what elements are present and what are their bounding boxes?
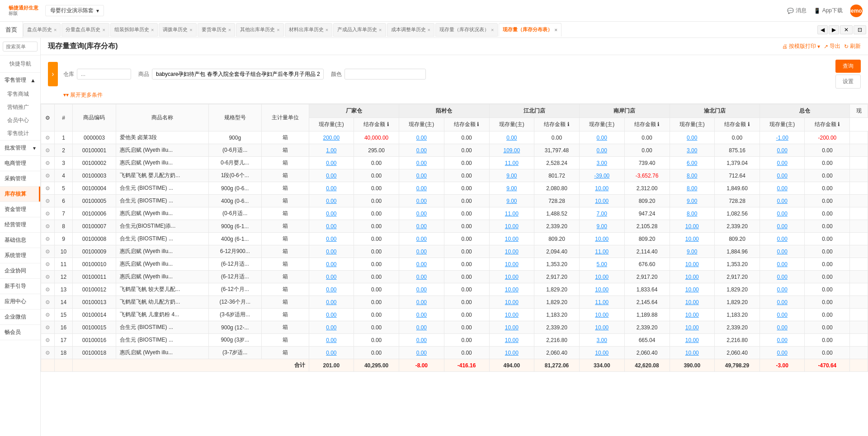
zongcang-qty-header: 现存量(主)	[760, 118, 805, 131]
industry-dropdown[interactable]: 母婴行业演示陈套 ▾	[45, 5, 104, 16]
table-row: ⚙600100005合生元 (BIOSTIME) ...400g (0-6...…	[41, 195, 868, 207]
top-bar-left: 畅捷通好生意 标版 母婴行业演示陈套 ▾	[5, 5, 104, 16]
tab-item-2[interactable]: 组装拆卸单历史×	[110, 23, 158, 37]
table-row: ⚙400100003飞鹤星飞帆 婴儿配方奶...1段(0-6个...箱0.000…	[41, 169, 868, 182]
refresh-btn[interactable]: ↻ 刷新	[844, 42, 861, 50]
tab-item-4[interactable]: 要货单历史×	[198, 23, 235, 37]
tab-item-3[interactable]: 调拨单历史×	[159, 23, 196, 37]
export-btn[interactable]: ↗ 导出	[824, 42, 840, 50]
sidebar-section-企业微信[interactable]: 企业微信	[0, 309, 40, 325]
home-tab[interactable]: 首页	[0, 22, 23, 38]
tab-item-10[interactable]: 现存量（库存分布表）×	[499, 23, 561, 37]
sidebar-section-电商管理[interactable]: 电商管理	[0, 156, 40, 171]
sidebar-menu-item[interactable]: 应用中心	[0, 294, 40, 309]
sidebar-menu-item[interactable]: 企业微信	[0, 309, 40, 324]
sidebar-section-畅会员[interactable]: 畅会员	[0, 325, 40, 340]
table-row: ⚙800100007合生元(BIOSTIME)添...900g (6-1...箱…	[41, 220, 868, 233]
sidebar-section-应用中心[interactable]: 应用中心	[0, 294, 40, 309]
sidebar-menu-item[interactable]: 电商管理	[0, 156, 40, 171]
settings-btn[interactable]: 设置	[835, 75, 861, 89]
tab-item-8[interactable]: 成本调整单历史×	[387, 23, 434, 37]
table-row: ⚙500100004合生元 (BIOSTIME) ...900g (0-6...…	[41, 182, 868, 195]
sidebar-menu-item[interactable]: 企业协同	[0, 263, 40, 278]
message-btn[interactable]: 💬 消息	[787, 7, 807, 14]
page-header: 现存量查询(库存分布) 🖨 按模版打印 ▾ ↗ 导出 ↻ 刷新	[41, 38, 868, 55]
mocunCun-qty-header: 现存量(主)	[399, 118, 444, 131]
nanan-qty-header: 现存量(主)	[580, 118, 625, 131]
tab-item-9[interactable]: 现存量（库存状况表）×	[435, 23, 498, 37]
quick-nav-item[interactable]: 快捷导航	[0, 57, 40, 70]
content-area: 现存量查询(库存分布) 🖨 按模版打印 ▾ ↗ 导出 ↻ 刷新	[41, 38, 868, 436]
product-input[interactable]	[152, 69, 324, 80]
sidebar-menu-item[interactable]: 系统管理	[0, 248, 40, 263]
yubei-amt-header: 结存金额 ℹ	[715, 118, 760, 131]
sidebar-section-经营管理[interactable]: 经营管理	[0, 217, 40, 233]
table-row: ⚙1300100012飞鹤星飞帆 较大婴儿配...(6-12个月...箱0.00…	[41, 283, 868, 296]
table-row: ⚙200100001惠氏启赋 (Wyeth illu...(0-6月适...箱1…	[41, 144, 868, 157]
product-label: 商品	[138, 70, 149, 78]
sidebar-menu-item[interactable]: 库存核算	[0, 187, 40, 202]
top-bar-right: 💬 消息 📱 App下载 demo2	[787, 5, 863, 17]
table-row: ⚙1500100014飞鹤星飞帆 儿童奶粉 4...(3-6岁适用...箱0.0…	[41, 309, 868, 321]
changjiaCun-amt-header: 结存金额 ℹ	[354, 118, 399, 131]
search-input[interactable]	[3, 42, 38, 52]
nanan-amt-header: 结存金额 ℹ	[624, 118, 670, 131]
table-container[interactable]: ⚙ # 商品编码 商品名称 规格型号 主计量单位 厂家仓 陌村仓 江北门店 南岸…	[41, 104, 868, 436]
sidebar-menu-item[interactable]: 畅会员	[0, 325, 40, 340]
sidebar-section-系统管理[interactable]: 系统管理	[0, 248, 40, 263]
color-input[interactable]	[344, 69, 426, 80]
filter-toggle-btn[interactable]: ›	[48, 62, 58, 86]
table-row: ⚙1800100018惠氏启赋 (Wyeth illu...(3-7岁适...箱…	[41, 347, 868, 359]
sidebar-section-基础信息[interactable]: 基础信息	[0, 233, 40, 248]
sidebar-section-企业协同[interactable]: 企业协同	[0, 263, 40, 279]
sidebar: 快捷导航 零售管理▲零售商城营销推广会员中心零售统计批发管理▾电商管理采购管理库…	[0, 38, 41, 436]
tab-item-6[interactable]: 材料出库单历史×	[285, 23, 332, 37]
yubei-group-header: 渝北门店	[670, 104, 760, 118]
sidebar-menu-item[interactable]: 资金管理	[0, 202, 40, 217]
tab-next-btn[interactable]: ▶	[829, 25, 839, 34]
sidebar-section-采购管理[interactable]: 采购管理	[0, 171, 40, 187]
spec-col-header: 规格型号	[208, 104, 261, 131]
sidebar-sub-item[interactable]: 零售商城	[0, 88, 40, 101]
sidebar-menu-item[interactable]: 采购管理	[0, 171, 40, 186]
tab-item-1[interactable]: 分量盘点单历史×	[61, 23, 109, 37]
tab-close-all-btn[interactable]: ✕	[840, 25, 853, 34]
sidebar-menu-item[interactable]: 基础信息	[0, 233, 40, 248]
table-row: ⚙1100100010惠氏启赋 (Wyeth illu...(6-12月适...…	[41, 258, 868, 271]
user-avatar[interactable]: demo2	[850, 5, 863, 17]
tab-item-0[interactable]: 盘点单历史×	[23, 23, 61, 37]
query-btn[interactable]: 查询	[835, 60, 861, 73]
tab-list: 盘点单历史×分量盘点单历史×组装拆卸单历史×调拨单历史×要货单历史×其他出库单历…	[23, 23, 816, 37]
changjiaCun-group-header: 厂家仓	[309, 104, 399, 118]
sidebar-section-库存核算[interactable]: 库存核算	[0, 187, 40, 202]
sidebar-menu-item[interactable]: 经营管理	[0, 217, 40, 232]
logo-area: 畅捷通好生意 标版	[5, 5, 42, 16]
sidebar-menu-item[interactable]: 零售管理▲	[0, 73, 40, 88]
tab-expand-btn[interactable]: ⊡	[854, 25, 866, 34]
zongcang-amt-header: 结存金额 ℹ	[805, 118, 850, 131]
page-title: 现存量查询(库存分布)	[48, 42, 118, 51]
zongcang-group-header: 总仓	[760, 104, 849, 118]
sidebar-sub-item[interactable]: 营销推广	[0, 101, 40, 114]
jiangbei-group-header: 江北门店	[489, 104, 579, 118]
sidebar-sub-item[interactable]: 会员中心	[0, 114, 40, 127]
warehouse-input[interactable]	[77, 69, 131, 80]
jiangbei-amt-header: 结存金额 ℹ	[534, 118, 580, 131]
unit-col-header: 主计量单位	[261, 104, 309, 131]
app-download-btn[interactable]: 📱 App下载	[814, 7, 843, 14]
tab-item-7[interactable]: 产成品入库单历史×	[333, 23, 386, 37]
tab-prev-btn[interactable]: ◀	[817, 25, 828, 34]
sidebar-menu-item[interactable]: 新手引导	[0, 279, 40, 294]
sidebar-menu-item[interactable]: 批发管理▾	[0, 141, 40, 155]
table-row: ⚙1200100011惠氏启赋 (Wyeth illu...(6-12月适...…	[41, 271, 868, 283]
sidebar-section-零售管理[interactable]: 零售管理▲零售商城营销推广会员中心零售统计	[0, 73, 40, 141]
sidebar-sub-item[interactable]: 零售统计	[0, 127, 40, 140]
sidebar-section-新手引导[interactable]: 新手引导	[0, 279, 40, 294]
settings-col-header[interactable]: ⚙	[41, 104, 55, 131]
mocunCun-amt-header: 结存金额 ℹ	[444, 118, 489, 131]
expand-filter-btn[interactable]: ▾▾ 展开更多条件	[63, 92, 103, 98]
tab-item-5[interactable]: 其他出库单历史×	[236, 23, 283, 37]
sidebar-section-批发管理[interactable]: 批发管理▾	[0, 141, 40, 156]
sidebar-section-资金管理[interactable]: 资金管理	[0, 202, 40, 217]
print-btn[interactable]: 🖨 按模版打印 ▾	[782, 42, 820, 50]
